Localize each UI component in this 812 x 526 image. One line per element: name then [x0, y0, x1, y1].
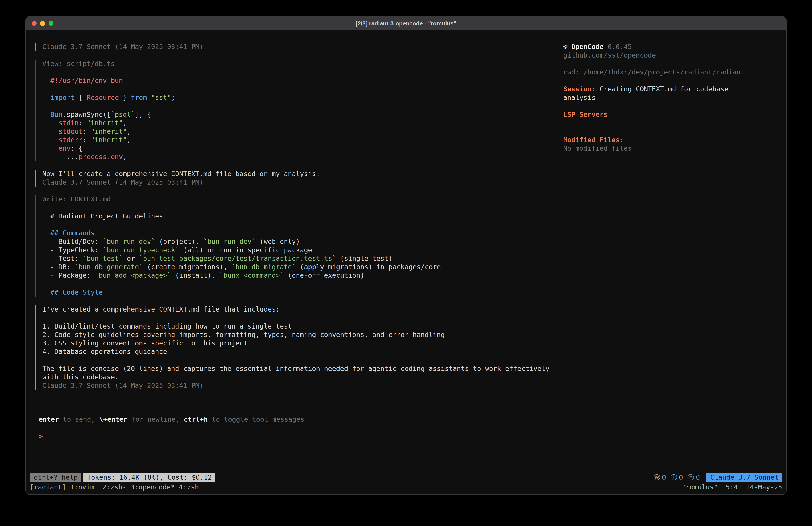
main-column: Claude 3.7 Sonnet (14 May 2025 03:41 PM)… — [35, 43, 563, 472]
text-segment: to toggle tool messages — [208, 415, 305, 424]
text-segment: Now I'll create a comprehensive CONTEXT.… — [42, 170, 320, 178]
text-segment: `bun add <package>` — [95, 271, 171, 280]
text-segment: ## Commands — [42, 229, 95, 237]
terminal-line — [42, 204, 563, 212]
text-segment: analysis — [563, 94, 596, 102]
text-segment: No modified files — [563, 144, 632, 153]
text-segment: : { — [70, 144, 83, 153]
model-chip: Claude 3.7 Sonnet — [707, 473, 782, 482]
text-segment: : — [83, 136, 91, 144]
terminal-line: © OpenCode 0.0.45 — [563, 43, 765, 51]
terminal-line: cwd: /home/thdxr/dev/projects/radiant/ra… — [563, 68, 765, 77]
terminal-line: The file is concise (20 lines) and captu… — [42, 365, 563, 373]
text-segment: (create migrations), — [143, 263, 232, 271]
zoom-button[interactable] — [48, 21, 54, 26]
text-segment: : — [79, 119, 87, 127]
text-segment: `bun run dev` — [203, 238, 256, 246]
text-segment: # Radiant Project Guidelines — [42, 212, 163, 220]
terminal-line — [42, 314, 563, 322]
titlebar: [2/3] radiant:3:opencode - "romulus" — [26, 16, 786, 30]
close-button[interactable] — [32, 21, 37, 26]
terminal-line — [563, 119, 765, 127]
text-segment: : — [83, 127, 91, 136]
terminal-line: stdin: "inherit", — [42, 119, 563, 127]
text-segment: 2. Code style guidelines covering import… — [42, 331, 445, 339]
terminal-line: stderr: "inherit", — [42, 136, 563, 144]
terminal-line: analysis — [563, 94, 765, 102]
text-segment: to send, — [59, 415, 99, 424]
terminal-line — [563, 102, 765, 111]
text-segment: I've created a comprehensive CONTEXT.md … — [42, 305, 280, 313]
text-segment: Resource — [87, 94, 119, 102]
text-segment: stdout — [58, 127, 83, 136]
diagnostics: Ⓦ0ⓘ0ⓗ0 — [654, 473, 700, 482]
prompt-symbol: > — [39, 432, 43, 440]
terminal-line: 4. Database operations guidance — [42, 348, 563, 356]
text-segment: LSP Servers — [563, 111, 608, 118]
text-segment: ## Code Style — [42, 288, 103, 296]
text-segment: process.env — [79, 153, 123, 161]
tool-block: Write: CONTEXT.md # Radiant Project Guid… — [35, 195, 563, 297]
terminal-line: env: { — [42, 144, 563, 153]
terminal-line: LSP Servers — [563, 111, 765, 119]
terminal-line: Write: CONTEXT.md — [42, 195, 563, 204]
text-segment: github.com/sst/opencode — [563, 51, 656, 59]
text-segment — [42, 136, 58, 144]
info-icon: ⓘ — [670, 473, 677, 482]
text-segment: 4. Database operations guidance — [42, 348, 167, 356]
text-segment: `bun run typecheck` — [103, 246, 179, 254]
text-segment — [42, 111, 50, 118]
text-segment: import — [50, 94, 74, 102]
diagnostic-info: ⓘ0 — [670, 473, 683, 482]
terminal-line: Claude 3.7 Sonnet (14 May 2025 03:41 PM) — [42, 178, 563, 187]
terminal-line — [42, 68, 563, 77]
terminal-line: ...process.env, — [42, 153, 563, 161]
help-chip: ctrl+? help — [30, 473, 81, 482]
message-input[interactable] — [47, 432, 180, 441]
terminal-line: #!/usr/bin/env bun — [42, 77, 563, 85]
text-segment: OpenCode — [571, 43, 604, 51]
text-segment: (apply migrations) in packages/core — [296, 263, 441, 271]
editor[interactable]: > — [35, 427, 563, 472]
text-segment: - TypeCheck: — [42, 246, 103, 254]
text-segment: Claude 3.7 Sonnet (14 May 2025 03:41 PM) — [42, 382, 203, 389]
text-segment: `bun db migrate` — [232, 263, 296, 271]
warning-icon: Ⓦ — [654, 473, 660, 482]
assistant-block: Claude 3.7 Sonnet (14 May 2025 03:41 PM) — [35, 43, 563, 51]
text-segment: (install), — [171, 271, 219, 280]
text-segment: `bun run dev` — [103, 238, 155, 246]
text-segment: cwd: /home/thdxr/dev/projects/radiant/ra… — [563, 68, 744, 76]
terminal-line — [42, 280, 563, 288]
terminal-line: ## Code Style — [42, 288, 563, 297]
terminal-line: with this codebase. — [42, 373, 563, 382]
text-segment: Modified Files: — [563, 136, 624, 144]
text-segment: ... — [42, 153, 79, 161]
text-segment: Creating CONTEXT.md for codebase — [596, 85, 728, 93]
text-segment — [42, 127, 58, 136]
text-segment: , — [127, 136, 131, 144]
terminal-line: - Build/Dev: `bun run dev` (project), `b… — [42, 238, 563, 246]
minimize-button[interactable] — [40, 21, 45, 26]
text-segment: ctrl+h — [184, 415, 208, 424]
text-segment: , — [127, 127, 131, 136]
terminal-window: [2/3] radiant:3:opencode - "romulus" Cla… — [25, 16, 787, 495]
terminal-line: github.com/sst/opencode — [563, 51, 765, 60]
text-segment: (one-off execution) — [284, 271, 364, 280]
terminal: Claude 3.7 Sonnet (14 May 2025 03:41 PM)… — [26, 30, 786, 494]
terminal-line: Modified Files: — [563, 136, 765, 144]
terminal-line: - Package: `bun add <package>` (install)… — [42, 271, 563, 280]
tmux-session-info: "romulus" 15:41 14-May-25 — [681, 483, 782, 491]
hint-icon: ⓗ — [687, 473, 694, 482]
tmux-status-bar: [radiant] 1:nvim 2:zsh- 3:opencode* 4:zs… — [26, 483, 786, 494]
diagnostic-count: 0 — [696, 473, 700, 481]
terminal-line: Now I'll create a comprehensive CONTEXT.… — [42, 170, 563, 178]
diagnostic-count: 0 — [679, 473, 683, 481]
terminal-line: Claude 3.7 Sonnet (14 May 2025 03:41 PM) — [42, 43, 563, 51]
terminal-line: enter to send, \+enter for newline, ctrl… — [39, 415, 563, 424]
terminal-line — [42, 85, 563, 94]
text-segment: } — [119, 94, 131, 102]
text-segment: or — [123, 255, 139, 262]
text-segment: enter — [39, 415, 59, 424]
terminal-line: - TypeCheck: `bun run typecheck` (all) o… — [42, 246, 563, 255]
terminal-line: View: script/db.ts — [42, 60, 563, 68]
